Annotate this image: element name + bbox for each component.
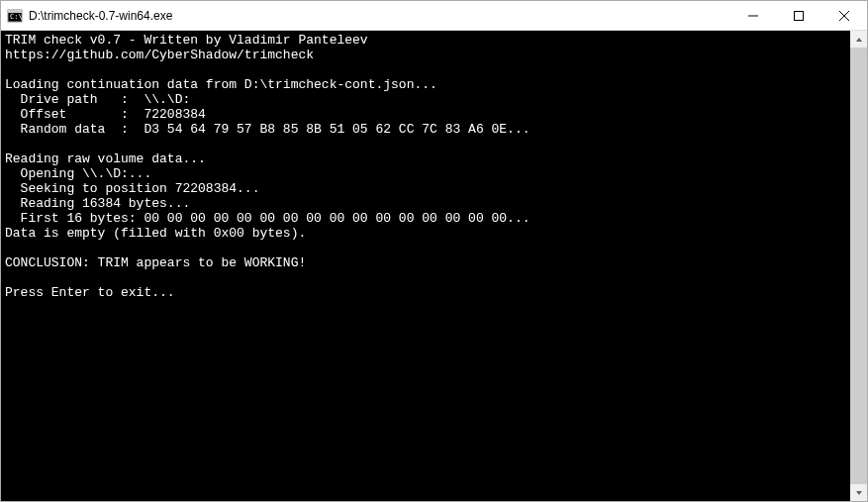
content-area: TRIM check v0.7 - Written by Vladimir Pa… [1,31,867,501]
console-line: Reading 16384 bytes... [5,196,190,211]
titlebar[interactable]: C:\ D:\trimcheck-0.7-win64.exe [1,1,867,31]
app-icon: C:\ [7,8,23,24]
console-line: Loading continuation data from D:\trimch… [5,77,437,92]
scroll-thumb[interactable] [850,48,867,484]
console-line: Random data : D3 54 64 79 57 B8 85 8B 51… [5,122,530,137]
svg-text:C:\: C:\ [10,13,23,21]
console-line: CONCLUSION: TRIM appears to be WORKING! [5,255,306,270]
maximize-button[interactable] [776,1,821,30]
window-frame: C:\ D:\trimcheck-0.7-win64.exe TRIM chec… [0,0,868,502]
window-controls [730,1,867,30]
scroll-up-button[interactable] [850,31,867,48]
console-line: Data is empty (filled with 0x00 bytes). [5,226,306,241]
close-button[interactable] [821,1,867,30]
console-line: Opening \\.\D:... [5,166,151,181]
svg-rect-4 [795,11,804,20]
scroll-down-button[interactable] [850,484,867,501]
console-line: First 16 bytes: 00 00 00 00 00 00 00 00 … [5,211,530,226]
vertical-scrollbar[interactable] [850,31,867,501]
console-line: Offset : 72208384 [5,107,206,122]
scroll-track[interactable] [850,48,867,484]
console-line: Reading raw volume data... [5,151,206,166]
console-line: TRIM check v0.7 - Written by Vladimir Pa… [5,33,368,48]
console-line: Seeking to position 72208384... [5,181,259,196]
console-line: Press Enter to exit... [5,285,175,300]
console-line: https://github.com/CyberShadow/trimcheck [5,48,314,62]
minimize-button[interactable] [730,1,776,30]
console-output: TRIM check v0.7 - Written by Vladimir Pa… [1,31,850,501]
console-line: Drive path : \\.\D: [5,92,190,107]
window-title: D:\trimcheck-0.7-win64.exe [29,9,730,23]
